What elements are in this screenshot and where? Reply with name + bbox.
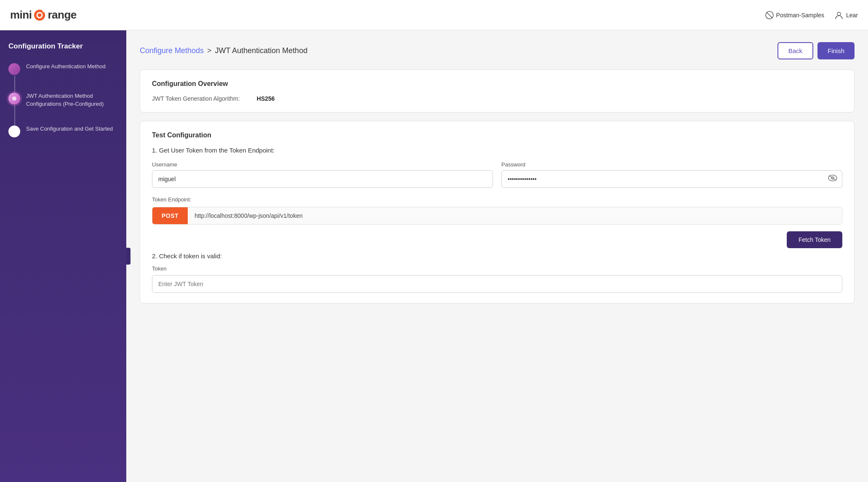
- learn-nav[interactable]: Lear: [834, 11, 858, 20]
- tracker-label-1: Configure Authentication Method: [26, 62, 106, 70]
- svg-line-9: [829, 176, 836, 181]
- tracker-dot-1: [8, 63, 20, 75]
- breadcrumb-current: JWT Authentication Method: [215, 46, 308, 55]
- sidebar-title: Configuration Tracker: [8, 42, 118, 51]
- algorithm-value: HS256: [257, 95, 275, 102]
- learn-label: Lear: [846, 12, 858, 19]
- token-label: Token: [152, 265, 842, 272]
- config-overview-card: Configuration Overview JWT Token Generat…: [140, 70, 855, 112]
- svg-line-2: [43, 10, 45, 12]
- fetch-token-button[interactable]: Fetch Token: [787, 231, 842, 248]
- tracker-label-2: JWT Authentication Method Configurations…: [26, 92, 118, 108]
- config-row: JWT Token Generation Algorithm: HS256: [152, 95, 842, 102]
- username-group: Username: [152, 161, 493, 188]
- logo-text-before: mini: [10, 8, 32, 21]
- svg-line-4: [767, 13, 772, 18]
- password-group: Password: [501, 161, 842, 188]
- tracker-item-2: JWT Authentication Method Configurations…: [8, 92, 118, 125]
- sidebar-edge: [126, 248, 130, 265]
- svg-point-5: [837, 12, 841, 16]
- back-button[interactable]: Back: [777, 42, 813, 59]
- step2-heading: 2. Check if token is valid:: [152, 252, 842, 260]
- test-config-card: Test Configuration 1. Get User Token fro…: [140, 121, 855, 303]
- password-input[interactable]: [501, 170, 842, 188]
- fetch-row: Fetch Token: [152, 231, 842, 248]
- user-icon: [834, 11, 844, 20]
- token-input[interactable]: [152, 275, 842, 293]
- username-input[interactable]: [152, 170, 493, 188]
- tracker-item-3: Save Configuration and Get Started: [8, 125, 118, 137]
- tracker-dot-2: [8, 93, 20, 104]
- password-wrapper: [501, 170, 842, 188]
- page-header: Configure Methods > JWT Authentication M…: [140, 42, 855, 59]
- logo-text-after: range: [48, 8, 76, 21]
- top-nav: mini range Postman-Samples Lear: [0, 0, 868, 30]
- endpoint-url-input[interactable]: [188, 207, 842, 224]
- step1-heading: 1. Get User Token from the Token Endpoin…: [152, 147, 842, 154]
- forbidden-icon: [765, 11, 774, 19]
- breadcrumb: Configure Methods > JWT Authentication M…: [140, 46, 307, 55]
- endpoint-row: POST: [152, 207, 842, 225]
- postman-label: Postman-Samples: [776, 12, 824, 19]
- main-content: Configure Methods > JWT Authentication M…: [126, 30, 868, 482]
- post-method-badge: POST: [152, 207, 188, 224]
- sidebar: Configuration Tracker Configure Authenti…: [0, 30, 126, 482]
- postman-samples-nav[interactable]: Postman-Samples: [765, 11, 824, 19]
- logo: mini range: [10, 8, 77, 21]
- logo-icon: [33, 9, 46, 21]
- config-overview-title: Configuration Overview: [152, 80, 842, 88]
- algorithm-label: JWT Token Generation Algorithm:: [152, 95, 240, 102]
- main-layout: Configuration Tracker Configure Authenti…: [0, 30, 868, 482]
- nav-right: Postman-Samples Lear: [765, 11, 858, 20]
- check-token-section: 2. Check if token is valid: Token: [152, 252, 842, 293]
- tracker-dot-3: [8, 126, 20, 137]
- eye-icon[interactable]: [828, 175, 837, 184]
- tracker-label-3: Save Configuration and Get Started: [26, 125, 113, 133]
- username-label: Username: [152, 161, 493, 168]
- breadcrumb-link[interactable]: Configure Methods: [140, 46, 204, 55]
- credentials-row: Username Password: [152, 161, 842, 188]
- tracker-item-1: Configure Authentication Method: [8, 62, 118, 92]
- header-buttons: Back Finish: [777, 42, 855, 59]
- password-label: Password: [501, 161, 842, 168]
- svg-point-6: [12, 67, 17, 72]
- endpoint-label: Token Endpoint:: [152, 196, 842, 203]
- breadcrumb-separator: >: [207, 46, 212, 55]
- tracker-items: Configure Authentication Method JWT Auth…: [8, 62, 118, 137]
- finish-button[interactable]: Finish: [817, 42, 855, 59]
- test-config-title: Test Configuration: [152, 131, 842, 139]
